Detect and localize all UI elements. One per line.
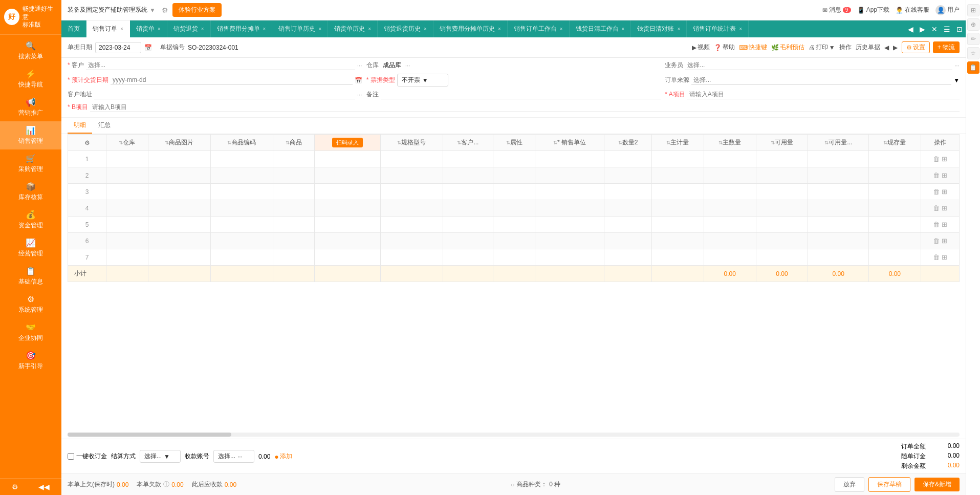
copy-icon-3[interactable]: ⊞ — [942, 188, 947, 196]
customer-input[interactable] — [86, 60, 355, 70]
tab-4[interactable]: 销售费用分摊单× — [211, 20, 273, 37]
customer-address-input[interactable] — [94, 90, 355, 99]
sidebar-item-10[interactable]: 🤝企业协同 — [0, 318, 61, 347]
data-table-wrapper[interactable]: ⚙⇅仓库⇅商品图片⇅商品编码⇅商品扫码录入⇅规格型号⇅客户...⇅属性⇅* 销售… — [61, 134, 966, 431]
delivery-calendar-icon[interactable]: 📅 — [355, 77, 362, 84]
industry-btn[interactable]: 体验行业方案 — [172, 3, 222, 17]
table-tab-1[interactable]: 汇总 — [92, 118, 117, 134]
view-btn[interactable]: ▶ 视频 — [692, 43, 710, 52]
delete-icon-4[interactable]: 🗑 — [933, 204, 940, 212]
settings-icon[interactable]: ⚙ — [12, 483, 18, 491]
tab-close-7[interactable]: × — [424, 26, 427, 32]
right-panel-icon-1[interactable]: ⊞ — [967, 4, 979, 16]
sidebar-item-7[interactable]: 📈经营管理 — [0, 234, 61, 262]
tab-1[interactable]: 销售订单× — [86, 20, 130, 37]
shortcut-btn[interactable]: ⌨ 快捷键 — [739, 43, 767, 52]
messages-btn[interactable]: ✉ 消息 9 — [822, 6, 851, 14]
payment-method-select[interactable]: 选择... ▼ — [140, 450, 181, 463]
cell-action-5[interactable]: 🗑⊞ — [921, 217, 959, 233]
system-dropdown-icon[interactable]: ▼ — [149, 7, 156, 14]
project-b-input[interactable] — [90, 102, 960, 112]
col-sort-icon[interactable]: ⇅ — [771, 140, 775, 145]
delete-icon-7[interactable]: 🗑 — [933, 253, 940, 261]
delete-icon-6[interactable]: 🗑 — [933, 237, 940, 245]
date-input[interactable]: 2023-03-24 — [95, 42, 141, 53]
copy-icon-7[interactable]: ⊞ — [942, 253, 947, 261]
delete-icon-3[interactable]: 🗑 — [933, 188, 940, 196]
discard-btn[interactable]: 放弃 — [835, 477, 864, 492]
print-btn[interactable]: 🖨 打印 ▼ — [809, 43, 835, 52]
sidebar-item-9[interactable]: ⚙系统管理 — [0, 290, 61, 318]
copy-icon-1[interactable]: ⊞ — [942, 155, 947, 163]
tab-3[interactable]: 销货退货× — [167, 20, 211, 37]
tab-close-4[interactable]: × — [263, 26, 266, 32]
help-btn[interactable]: ❓ 帮助 — [714, 43, 735, 52]
sidebar-item-3[interactable]: 📊销售管理 — [0, 121, 61, 149]
col-sort-icon[interactable]: ⇅ — [618, 140, 622, 145]
project-a-input[interactable] — [687, 90, 960, 99]
delete-icon-2[interactable]: 🗑 — [933, 171, 940, 179]
sidebar-item-5[interactable]: 📦库存核算 — [0, 178, 61, 206]
sidebar-item-2[interactable]: 📢营销推广 — [0, 93, 61, 121]
sidebar-item-1[interactable]: ⚡快捷导航 — [0, 65, 61, 93]
col-sort-icon[interactable]: ⇅ — [286, 140, 290, 145]
cell-action-2[interactable]: 🗑⊞ — [921, 167, 959, 184]
user-btn[interactable]: 👤 用户 — [935, 5, 960, 15]
salesperson-input[interactable] — [685, 60, 952, 70]
tab-5[interactable]: 销售订单历史× — [272, 20, 328, 37]
tab-menu[interactable]: ☰ — [941, 25, 953, 33]
right-panel-icon-3[interactable]: ✏ — [967, 33, 979, 45]
tab-8[interactable]: 销售费用分摊单历史× — [433, 20, 508, 37]
warehouse-more-icon[interactable]: ··· — [405, 62, 410, 69]
calendar-icon[interactable]: 📅 — [144, 44, 152, 51]
cell-action-4[interactable]: 🗑⊞ — [921, 200, 959, 217]
cell-action-3[interactable]: 🗑⊞ — [921, 184, 959, 200]
tab-10[interactable]: 钱货日清工作台× — [570, 20, 631, 37]
tab-close-6[interactable]: × — [368, 26, 371, 32]
copy-icon-4[interactable]: ⊞ — [942, 204, 947, 212]
sidebar-item-4[interactable]: 🛒采购管理 — [0, 149, 61, 178]
tab-close-12[interactable]: × — [739, 26, 742, 32]
copy-icon-5[interactable]: ⊞ — [942, 221, 947, 228]
scan-btn[interactable]: 扫码录入 — [332, 138, 363, 147]
tab-expand[interactable]: ⊡ — [953, 25, 966, 33]
invoice-select[interactable]: 不开票 ▼ — [397, 74, 448, 87]
tab-2[interactable]: 销货单× — [130, 20, 167, 37]
salesperson-more-icon[interactable]: ··· — [954, 62, 960, 69]
tab-scroll-right[interactable]: ▶ — [917, 25, 928, 33]
table-tab-0[interactable]: 明细 — [68, 118, 92, 134]
address-more-icon[interactable]: ··· — [357, 91, 362, 98]
tab-0[interactable]: 首页 — [61, 20, 86, 37]
table-settings-icon[interactable]: ⚙ — [84, 139, 90, 146]
tab-close-all[interactable]: ✕ — [928, 25, 941, 33]
col-sort-icon[interactable]: ⇅ — [553, 140, 557, 145]
app-download-btn[interactable]: 📱 App下载 — [857, 6, 889, 14]
one-click-checkbox[interactable] — [68, 453, 74, 460]
delete-icon-5[interactable]: 🗑 — [933, 221, 940, 228]
tab-11[interactable]: 钱货日清对账× — [631, 20, 687, 37]
account-more-icon[interactable]: ··· — [237, 453, 243, 460]
tab-9[interactable]: 销售订单工作台× — [508, 20, 570, 37]
tab-close-11[interactable]: × — [677, 26, 680, 32]
tab-close-5[interactable]: × — [318, 26, 321, 32]
tab-close-3[interactable]: × — [201, 26, 204, 32]
tab-close-8[interactable]: × — [498, 26, 501, 32]
cell-action-7[interactable]: 🗑⊞ — [921, 249, 959, 266]
tab-close-10[interactable]: × — [622, 26, 625, 32]
sidebar-item-6[interactable]: 💰资金管理 — [0, 206, 61, 234]
sidebar-item-0[interactable]: 🔍搜索菜单 — [0, 37, 61, 65]
order-source-input[interactable] — [691, 75, 951, 85]
tab-close-2[interactable]: × — [158, 26, 161, 32]
delete-icon-1[interactable]: 🗑 — [933, 155, 940, 163]
tab-7[interactable]: 销货退货历史× — [378, 20, 433, 37]
right-panel-icon-2[interactable]: ⊕ — [967, 18, 979, 31]
remarks-input[interactable] — [381, 90, 661, 99]
sidebar-item-11[interactable]: 🎯新手引导 — [0, 347, 61, 375]
sidebar-item-8[interactable]: 📋基础信息 — [0, 262, 61, 290]
col-sort-icon[interactable]: ⇅ — [506, 140, 510, 145]
add-payment-btn[interactable]: ● 添加 — [274, 452, 292, 461]
copy-icon-6[interactable]: ⊞ — [942, 237, 947, 245]
col-sort-icon[interactable]: ⇅ — [227, 140, 231, 145]
cell-action-6[interactable]: 🗑⊞ — [921, 233, 959, 249]
cell-action-1[interactable]: 🗑⊞ — [921, 151, 959, 167]
